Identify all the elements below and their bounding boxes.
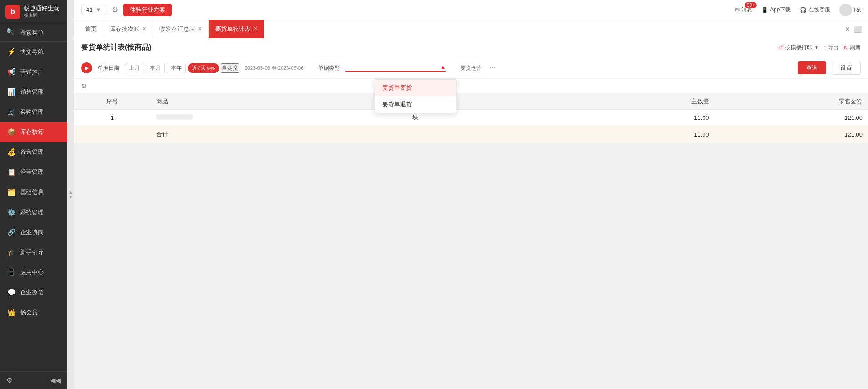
- wechat-icon: 💬: [6, 287, 16, 297]
- type-dropdown: 要货单要货 要货单退货: [375, 79, 457, 113]
- export-icon: ↑: [823, 45, 826, 51]
- footer-qty: 11.00: [560, 126, 714, 143]
- query-button[interactable]: 查询: [798, 61, 826, 74]
- tab-order-stats[interactable]: 要货单统计表 ✕: [209, 20, 264, 38]
- tab-inventory-batch-close[interactable]: ✕: [142, 26, 146, 32]
- sidebar-item-label: 经营管理: [20, 168, 44, 176]
- tab-inventory-batch[interactable]: 库存批次账 ✕: [103, 20, 153, 38]
- company-selector[interactable]: 41 ▼: [81, 5, 106, 15]
- page-header: 要货单统计表(按商品) 🖨 按模板打印 ▼ ↑ 导出 ↻ 刷新: [74, 38, 868, 57]
- inner-page: 要货单统计表(按商品) 🖨 按模板打印 ▼ ↑ 导出 ↻ 刷新: [74, 38, 868, 143]
- warehouse-filter-label: 要货仓库: [460, 64, 482, 72]
- message-icon: ✉: [735, 7, 740, 13]
- sidebar-item-basic[interactable]: 🗂️ 基础信息: [0, 182, 67, 202]
- online-service-button[interactable]: 🎧 在线客服: [800, 6, 830, 14]
- tab-inventory-batch-label: 库存批次账: [110, 25, 139, 33]
- type-filter-wrapper[interactable]: ▲: [345, 64, 446, 72]
- sidebar-item-label: 企业微信: [20, 288, 44, 297]
- refresh-label: 刷新: [850, 44, 861, 51]
- tab-home[interactable]: 首页: [78, 20, 103, 38]
- page-actions: 🖨 按模板打印 ▼ ↑ 导出 ↻ 刷新: [778, 44, 861, 51]
- warehouse-filter-more[interactable]: ···: [489, 64, 495, 72]
- type-filter-arrow-icon[interactable]: ▲: [440, 64, 446, 70]
- type-filter-value: [345, 66, 440, 68]
- export-button[interactable]: ↑ 导出: [823, 44, 839, 51]
- sidebar-item-label: 资金管理: [20, 148, 44, 156]
- page-content: 要货单统计表(按商品) 🖨 按模板打印 ▼ ↑ 导出 ↻ 刷新: [74, 38, 868, 389]
- topbar: 41 ▼ ⚙ 体验行业方案 ✉ 消息 99+ 📱 App下载 🎧 在线客服 Ri…: [74, 0, 868, 20]
- tab-maximize-btn[interactable]: ⬜: [854, 26, 862, 33]
- date-btn-custom[interactable]: 自定义: [221, 63, 239, 73]
- topbar-settings-icon[interactable]: ⚙: [112, 5, 118, 14]
- goods-placeholder: [156, 114, 193, 120]
- collapse-icon[interactable]: ◀◀: [50, 376, 61, 384]
- tab-home-label: 首页: [85, 25, 97, 33]
- tab-in-out-summary-close[interactable]: ✕: [198, 26, 202, 32]
- table-footer-table: 合计 11.00 121.00: [74, 126, 868, 143]
- sidebar-item-label: 营销推广: [20, 68, 44, 76]
- table-body: 1 块 11.00 121.00: [74, 110, 868, 126]
- export-label: 导出: [828, 44, 839, 51]
- sidebar-item-label: 企业协同: [20, 228, 44, 236]
- sidebar-item-finance[interactable]: 💰 资金管理: [0, 142, 67, 162]
- sidebar-item-operation[interactable]: 📋 经营管理: [0, 162, 67, 182]
- messages-button[interactable]: ✉ 消息 99+: [735, 6, 752, 14]
- sidebar-collapse-handle[interactable]: ▲▼: [67, 0, 74, 389]
- dropdown-item-order-goods[interactable]: 要货单要货: [375, 80, 456, 96]
- inventory-icon: 📦: [6, 127, 16, 137]
- settings-icon[interactable]: ⚙: [6, 376, 12, 384]
- table-footer-row: 合计 11.00 121.00: [74, 126, 868, 143]
- sidebar-item-guide[interactable]: 🎓 新手引导: [0, 242, 67, 262]
- print-button[interactable]: 🖨 按模板打印 ▼: [778, 44, 819, 51]
- user-area[interactable]: Rit: [839, 4, 861, 16]
- tab-order-stats-close[interactable]: ✕: [253, 26, 257, 32]
- date-btn-last-month[interactable]: 上月: [125, 63, 144, 73]
- sidebar-item-vip[interactable]: 👑 畅会员: [0, 302, 67, 322]
- footer-amount: 121.00: [714, 126, 868, 143]
- col-header-amount: 零售金额: [714, 94, 868, 110]
- print-icon: 🖨: [778, 45, 783, 51]
- sidebar-item-label: 基础信息: [20, 188, 44, 196]
- sidebar-item-quick-nav[interactable]: ⚡ 快捷导航: [0, 42, 67, 62]
- table-settings-icon[interactable]: ⚙: [81, 82, 87, 90]
- trial-button[interactable]: 体验行业方案: [123, 4, 172, 16]
- date-filter-buttons: 上月 本月 本年 近7天更多 自定义: [125, 63, 239, 73]
- app-download-button[interactable]: 📱 App下载: [761, 6, 791, 14]
- online-service-label: 在线客服: [808, 6, 830, 14]
- sidebar-item-label: 畅会员: [20, 308, 38, 317]
- date-btn-7days[interactable]: 近7天更多: [188, 63, 219, 73]
- date-btn-this-year[interactable]: 本年: [167, 63, 186, 73]
- table-header: 序号 商品 主计量单位 主数量 零售金额: [74, 94, 868, 110]
- sidebar-item-label: 采购管理: [20, 108, 44, 116]
- sidebar-item-app-center[interactable]: 📱 应用中心: [0, 262, 67, 282]
- quick-nav-icon: ⚡: [6, 47, 16, 57]
- sidebar-item-purchase[interactable]: 🛒 采购管理: [0, 102, 67, 122]
- refresh-button[interactable]: ↻ 刷新: [843, 44, 861, 51]
- dropdown-item-order-return[interactable]: 要货单退货: [375, 96, 456, 113]
- app-download-label: App下载: [770, 6, 791, 14]
- sidebar-item-inventory[interactable]: 📦 库存核算: [0, 122, 67, 142]
- date-btn-this-month[interactable]: 本月: [146, 63, 165, 73]
- refresh-icon: ↻: [843, 45, 848, 51]
- sidebar-item-label: 库存核算: [20, 128, 44, 136]
- filter-expand-button[interactable]: ▶: [81, 62, 92, 73]
- table-row: 1 块 11.00 121.00: [74, 110, 868, 126]
- vip-icon: 👑: [6, 307, 16, 317]
- phone-icon: 📱: [761, 7, 768, 13]
- sidebar-item-sales[interactable]: 📊 销售管理: [0, 82, 67, 102]
- sidebar-search[interactable]: 🔍 搜索菜单: [0, 24, 67, 42]
- settings-button[interactable]: 设置: [832, 61, 861, 75]
- sidebar-item-enterprise[interactable]: 🔗 企业协同: [0, 222, 67, 242]
- sidebar-nav: ⚡ 快捷导航 📢 营销推广 📊 销售管理 🛒 采购管理 📦 库存核算 💰 资金管…: [0, 42, 67, 371]
- topbar-right: ✉ 消息 99+ 📱 App下载 🎧 在线客服 Rit: [735, 4, 861, 16]
- sidebar-item-marketing[interactable]: 📢 营销推广: [0, 62, 67, 82]
- tabs-bar: 首页 库存批次账 ✕ 收发存汇总表 ✕ 要货单统计表 ✕ ✕ ⬜: [74, 20, 868, 38]
- tab-in-out-summary[interactable]: 收发存汇总表 ✕: [153, 20, 209, 38]
- filter-bar: ▶ 单据日期 上月 本月 本年 近7天更多 自定义 2023-05-06 至 2…: [74, 57, 868, 79]
- sidebar-item-system[interactable]: ⚙️ 系统管理: [0, 202, 67, 222]
- sidebar-bottom: ⚙ ◀◀: [0, 371, 67, 389]
- sidebar-item-wechat[interactable]: 💬 企业微信: [0, 282, 67, 302]
- date-filter-label: 单据日期: [98, 64, 119, 72]
- tab-close-all-btn[interactable]: ✕: [845, 26, 850, 33]
- sidebar-item-label: 快捷导航: [20, 48, 44, 56]
